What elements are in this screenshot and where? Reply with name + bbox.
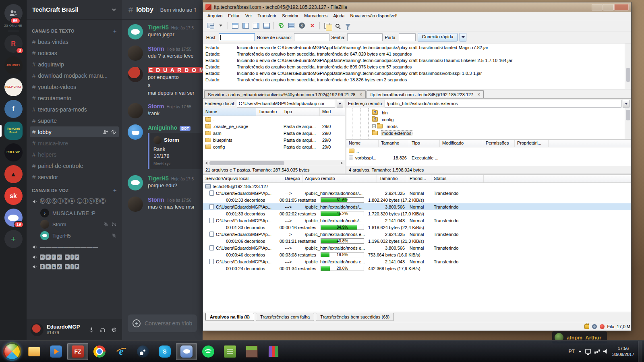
show-desktop-button[interactable] xyxy=(638,341,642,362)
headphones-icon[interactable] xyxy=(99,327,107,333)
title-bar[interactable]: ftp.techcraftbrasil.com - techc845@192.1… xyxy=(203,2,631,12)
channel-item[interactable]: texturas-para-mods xyxy=(30,104,119,115)
add-server-button[interactable]: + xyxy=(4,230,23,248)
local-address-dropdown-icon[interactable] xyxy=(337,100,343,108)
file-row[interactable]: .. xyxy=(346,147,631,154)
column-header[interactable]: Servidor/Arquivo local xyxy=(203,175,282,182)
attach-plus-icon[interactable] xyxy=(133,319,141,327)
queue-file-row[interactable]: C:\Users\EduardoMGP\Ap...--->/public_htm… xyxy=(203,203,631,210)
avatar[interactable] xyxy=(31,323,43,336)
expand-icon[interactable] xyxy=(372,124,376,128)
scroll-track[interactable] xyxy=(209,160,338,166)
quickconnect-button[interactable]: Conexão rápida xyxy=(418,33,458,41)
column-header[interactable]: Tamanho xyxy=(379,140,409,147)
tree-item[interactable]: ?config xyxy=(346,116,625,123)
password-input[interactable] xyxy=(347,33,383,41)
tree-item[interactable]: ?bin xyxy=(346,109,625,116)
queue-tab[interactable]: Arquivos na fila (6) xyxy=(205,313,254,321)
file-row[interactable]: configPasta de arqui...29/0 xyxy=(203,143,345,150)
close-tab-icon[interactable] xyxy=(359,92,362,97)
menu-item[interactable]: Servidor xyxy=(279,12,301,19)
port-input[interactable] xyxy=(399,33,416,41)
message-author[interactable]: Storm xyxy=(148,103,164,110)
language-indicator[interactable]: PT xyxy=(569,349,575,354)
channel-item[interactable]: lobby xyxy=(30,126,119,137)
host-input[interactable] xyxy=(219,33,255,41)
add-channel-icon[interactable] xyxy=(113,187,117,194)
process-queue-icon[interactable] xyxy=(287,21,296,30)
connection-tab[interactable]: Servidor - carlos_eduardovieiraoliveira%… xyxy=(204,90,366,98)
add-channel-icon[interactable] xyxy=(113,27,117,34)
voice-user[interactable]: TigerH5 xyxy=(27,230,122,241)
taskbar-explorer[interactable] xyxy=(24,343,45,360)
voice-channel[interactable]: ⓂⓊⓈⒾⒸⒶ ⓁⒾⓋⓇⒺ xyxy=(30,196,119,207)
transfer-progress-row[interactable]: 00:00:24 decorridos00:01:34 restantes20.… xyxy=(203,265,631,272)
message-author[interactable]: Amiguinho xyxy=(148,124,177,131)
home-button[interactable]: 66 xyxy=(4,4,23,22)
menu-item[interactable]: Ver xyxy=(242,12,255,19)
local-address-input[interactable]: C:\Users\EduardoMGP\Desktop\backup cor xyxy=(237,100,335,108)
server-icon-3[interactable]: HELP CHAT xyxy=(0,78,27,96)
channel-item[interactable]: servidor xyxy=(30,172,119,182)
taskbar-discord[interactable] xyxy=(176,343,197,360)
scroll-left-icon[interactable] xyxy=(203,160,209,166)
filter-icon[interactable] xyxy=(343,21,352,30)
menu-item[interactable]: Ajuda xyxy=(330,12,347,19)
remote-address-input[interactable]: /public_html/extraido/mods externos xyxy=(385,100,621,108)
clock[interactable]: 17:56 30/08/2017 xyxy=(612,345,634,357)
channel-item[interactable]: suporte xyxy=(30,115,119,126)
show-hidden-icons-icon[interactable] xyxy=(578,350,582,352)
maximize-button[interactable] xyxy=(603,4,614,10)
column-header[interactable]: Tamanho xyxy=(256,108,281,116)
queue-server-row[interactable]: techc845@192.185.223.127 xyxy=(203,183,631,190)
channel-item[interactable]: musica-livre xyxy=(30,138,119,149)
message-author[interactable]: TigerH5 xyxy=(148,175,169,182)
voice-channel[interactable]: SALAVIP xyxy=(30,262,119,271)
file-row[interactable]: .. xyxy=(203,116,345,123)
transfer-progress-row[interactable]: 00:00:46 decorridos00:03:08 restantes19.… xyxy=(203,251,631,258)
queue-tab[interactable]: Transferências com falha xyxy=(256,313,314,321)
taskbar-skype[interactable]: S xyxy=(154,343,175,360)
network-tray-icon[interactable] xyxy=(594,352,596,354)
server-icon-2[interactable]: AW UNITY xyxy=(0,56,27,74)
queue-file-row[interactable]: C:\Users\EduardoMGP\Ap...--->/public_htm… xyxy=(203,217,631,224)
server-icon-9[interactable]: 19 xyxy=(0,209,27,227)
message-author[interactable]: E D U A R D O M xyxy=(148,67,203,73)
taskbar-steam[interactable] xyxy=(133,343,153,360)
channel-item[interactable]: youtube-videos xyxy=(30,81,119,92)
mic-icon[interactable] xyxy=(87,327,95,333)
tree-item[interactable]: mods xyxy=(346,123,625,130)
voice-channel[interactable]: SALAVIP xyxy=(30,252,119,262)
find-files-icon[interactable] xyxy=(333,21,342,30)
menu-item[interactable]: Marcadores xyxy=(301,12,330,19)
menu-item[interactable]: Editar xyxy=(225,12,242,19)
log-scrollbar[interactable] xyxy=(625,43,631,89)
taskbar-notepad[interactable] xyxy=(219,343,240,360)
column-header[interactable]: Priorid... xyxy=(407,175,431,182)
connection-tab[interactable]: ftp.techcraftbrasil.com - techc845@192.1… xyxy=(367,90,484,98)
refresh-icon[interactable] xyxy=(276,21,286,30)
column-header[interactable]: Permissões xyxy=(483,140,515,147)
taskbar-filezilla[interactable]: FZ xyxy=(67,343,88,360)
channel-item[interactable]: noticias xyxy=(30,48,119,58)
file-row[interactable]: asmPasta de arqui...29/0 xyxy=(203,130,345,137)
taskbar-minecraft[interactable] xyxy=(241,343,262,360)
queue-file-row[interactable]: C:\Users\EduardoMGP\Ap...--->/public_htm… xyxy=(203,244,631,251)
column-header[interactable]: Nome xyxy=(346,140,379,147)
column-header[interactable]: Arquivo remoto xyxy=(302,175,377,182)
remote-address-dropdown-icon[interactable] xyxy=(623,100,630,108)
column-header[interactable]: Tamanho xyxy=(377,175,407,182)
voice-user[interactable]: MUSICA LIVRE :P xyxy=(27,207,122,219)
message-author[interactable]: Storm xyxy=(148,46,164,52)
toggle-log-icon[interactable] xyxy=(230,21,240,30)
queue-file-row[interactable]: C:\Users\EduardoMGP\Ap...--->/public_htm… xyxy=(203,231,631,238)
taskbar-media-player[interactable] xyxy=(46,343,66,360)
settings-gear-icon[interactable] xyxy=(110,327,118,333)
disconnect-icon[interactable] xyxy=(308,21,317,30)
quickconnect-dropdown-icon[interactable] xyxy=(460,33,466,41)
message-author[interactable]: Storm xyxy=(148,197,164,203)
queue-tab[interactable]: Transferências bem sucedidas (68) xyxy=(316,313,394,321)
message-input[interactable]: Conversar em #lobby xyxy=(128,314,197,332)
column-header[interactable]: Status xyxy=(431,175,484,182)
column-header[interactable]: Mod xyxy=(320,108,343,116)
